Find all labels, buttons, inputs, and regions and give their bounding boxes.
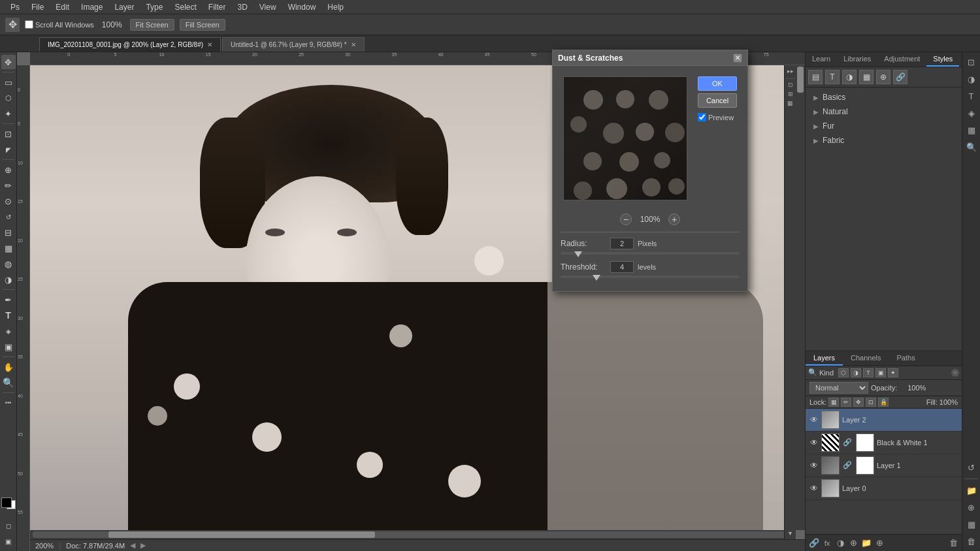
menu-layer[interactable]: Layer bbox=[109, 1, 139, 13]
foreground-color-swatch[interactable] bbox=[1, 497, 12, 508]
radius-slider-track[interactable] bbox=[561, 252, 740, 255]
right-icon-folder[interactable]: 📁 bbox=[964, 483, 979, 497]
tab-libraries[interactable]: Libraries bbox=[837, 52, 877, 67]
right-icon-delete[interactable]: 🗑 bbox=[964, 534, 979, 548]
tab-close-1[interactable]: ✕ bbox=[351, 41, 356, 48]
panel-icon-1[interactable]: ▤ bbox=[808, 70, 823, 84]
spot-heal-tool-btn[interactable]: ⊕ bbox=[1, 163, 16, 177]
filter-type-icon[interactable]: T bbox=[863, 368, 874, 377]
layer-fx-icon[interactable]: fx bbox=[821, 537, 833, 549]
add-mask-icon[interactable]: ◑ bbox=[834, 537, 846, 549]
style-natural[interactable]: ▶ Natural bbox=[808, 104, 959, 119]
filter-pixel-icon[interactable]: ⬡ bbox=[838, 368, 849, 377]
menu-type[interactable]: Type bbox=[140, 1, 168, 13]
layer-item-layer1[interactable]: 👁 🔗 Layer 1 bbox=[806, 454, 962, 477]
lasso-tool-btn[interactable]: ⬡ bbox=[1, 91, 16, 105]
layer-item-bw1[interactable]: 👁 🔗 Black & White 1 bbox=[806, 432, 962, 454]
dust-scratches-dialog[interactable]: Dust & Scratches ✕ bbox=[552, 50, 748, 292]
zoom-tool-btn[interactable]: 🔍 bbox=[1, 375, 16, 390]
dialog-preview-image[interactable] bbox=[563, 76, 687, 200]
lock-move-icon[interactable]: ✥ bbox=[853, 398, 864, 407]
tab-learn[interactable]: Learn bbox=[806, 52, 837, 67]
tab-adjustment[interactable]: Adjustment bbox=[877, 52, 926, 67]
right-icon-1[interactable]: ⊡ bbox=[964, 55, 979, 69]
preview-checkbox-input[interactable] bbox=[698, 113, 706, 121]
menu-edit[interactable]: Edit bbox=[50, 1, 74, 13]
radius-value-box[interactable]: 2 bbox=[610, 238, 634, 249]
gradient-tool-btn[interactable]: ▦ bbox=[1, 241, 16, 255]
hand-tool-btn[interactable]: ✋ bbox=[1, 360, 16, 374]
tab-img-0001[interactable]: IMG_20201108_0001.jpg @ 200% (Layer 2, R… bbox=[39, 37, 221, 52]
brush-tool-btn[interactable]: ✏ bbox=[1, 178, 16, 193]
zoom-out-button[interactable]: − bbox=[620, 213, 632, 225]
grid-icon[interactable]: ▦ bbox=[787, 100, 793, 106]
group-layers-icon[interactable]: 📁 bbox=[860, 537, 872, 549]
menu-window[interactable]: Window bbox=[283, 1, 321, 13]
more-tools-btn[interactable]: ••• bbox=[1, 396, 16, 410]
panel-icon-2[interactable]: T bbox=[825, 70, 840, 84]
menu-image[interactable]: Image bbox=[76, 1, 108, 13]
threshold-value-box[interactable]: 4 bbox=[610, 261, 634, 273]
dialog-close-button[interactable]: ✕ bbox=[733, 54, 742, 63]
right-icon-share[interactable]: ▦ bbox=[964, 517, 979, 531]
screen-mode-btn[interactable]: ▣ bbox=[1, 534, 16, 548]
filter-smart-icon[interactable]: ✦ bbox=[888, 368, 898, 377]
move-tool-btn[interactable]: ✥ bbox=[1, 55, 16, 69]
menu-3d[interactable]: 3D bbox=[232, 1, 252, 13]
layer0-visibility-icon[interactable]: 👁 bbox=[809, 484, 819, 493]
style-basics[interactable]: ▶ Basics bbox=[808, 90, 959, 104]
right-icon-undo[interactable]: ↺ bbox=[964, 460, 979, 475]
canvas-hscroll[interactable] bbox=[30, 530, 796, 539]
right-icon-5[interactable]: ▦ bbox=[964, 123, 979, 137]
path-select-tool-btn[interactable]: ◈ bbox=[1, 324, 16, 338]
eyedropper-tool-btn[interactable]: ◤ bbox=[1, 142, 16, 157]
canvas-vscroll-thumb[interactable] bbox=[797, 67, 804, 93]
lock-artboard-icon[interactable]: ⊡ bbox=[866, 398, 876, 407]
right-icon-2[interactable]: ◑ bbox=[964, 72, 979, 86]
menu-ps[interactable]: Ps bbox=[5, 1, 25, 13]
pen-tool-btn[interactable]: ✒ bbox=[1, 292, 16, 307]
dialog-ok-button[interactable]: OK bbox=[698, 76, 737, 91]
fill-screen-button[interactable]: Fill Screen bbox=[180, 19, 225, 31]
scroll-all-windows-checkbox[interactable] bbox=[25, 20, 33, 29]
fit-screen-button[interactable]: Fit Screen bbox=[130, 19, 174, 31]
nav-arrow-prev[interactable]: ◀ bbox=[130, 541, 135, 550]
layer-item-layer2[interactable]: 👁 Layer 2 bbox=[806, 409, 962, 432]
type-tool-btn[interactable]: T bbox=[1, 308, 16, 323]
arrange-icon[interactable]: ⊡ bbox=[788, 82, 793, 88]
menu-file[interactable]: File bbox=[26, 1, 49, 13]
canvas-hscroll-thumb[interactable] bbox=[108, 531, 374, 538]
tab-untitled-1[interactable]: Untitled-1 @ 66.7% (Layer 9, RGB/8#) * ✕ bbox=[222, 37, 364, 52]
menu-filter[interactable]: Filter bbox=[203, 1, 231, 13]
new-layer-icon[interactable]: ⊕ bbox=[874, 537, 885, 549]
crop-tool-btn[interactable]: ⊡ bbox=[1, 127, 16, 141]
lock-all-icon[interactable]: 🔒 bbox=[878, 398, 889, 407]
layer2-visibility-icon[interactable]: 👁 bbox=[809, 415, 819, 424]
menu-select[interactable]: Select bbox=[169, 1, 201, 13]
history-brush-tool-btn[interactable]: ↺ bbox=[1, 210, 16, 224]
clone-stamp-tool-btn[interactable]: ⊙ bbox=[1, 194, 16, 208]
blend-mode-select[interactable]: Normal bbox=[809, 382, 868, 394]
filter-adjust-icon[interactable]: ◑ bbox=[851, 368, 861, 377]
blur-tool-btn[interactable]: ◍ bbox=[1, 257, 16, 271]
magic-wand-tool-btn[interactable]: ✦ bbox=[1, 106, 16, 121]
filter-toggle[interactable]: ○ bbox=[951, 369, 959, 377]
zoom-in-button[interactable]: + bbox=[668, 213, 680, 225]
lock-paint-icon[interactable]: ✏ bbox=[841, 398, 851, 407]
layer1-visibility-icon[interactable]: 👁 bbox=[809, 461, 819, 470]
layers-tab-channels[interactable]: Channels bbox=[843, 351, 889, 366]
scroll-down-icon[interactable]: ▼ bbox=[787, 530, 793, 537]
menu-view[interactable]: View bbox=[254, 1, 282, 13]
panel-icon-3[interactable]: ◑ bbox=[842, 70, 857, 84]
dialog-cancel-button[interactable]: Cancel bbox=[698, 93, 737, 108]
right-icon-4[interactable]: ◈ bbox=[964, 106, 979, 120]
dialog-title-bar[interactable]: Dust & Scratches ✕ bbox=[553, 50, 747, 66]
right-icon-cloud[interactable]: ⊕ bbox=[964, 500, 979, 514]
threshold-slider-thumb[interactable] bbox=[593, 275, 600, 281]
layers-tab-layers[interactable]: Layers bbox=[806, 351, 843, 366]
move-tool-icon[interactable]: ✥ bbox=[5, 18, 20, 32]
adjustment-layer-icon[interactable]: ⊕ bbox=[847, 537, 859, 549]
nav-arrow-next[interactable]: ▶ bbox=[140, 541, 146, 550]
menu-help[interactable]: Help bbox=[322, 1, 349, 13]
tab-close-0[interactable]: ✕ bbox=[207, 41, 212, 48]
